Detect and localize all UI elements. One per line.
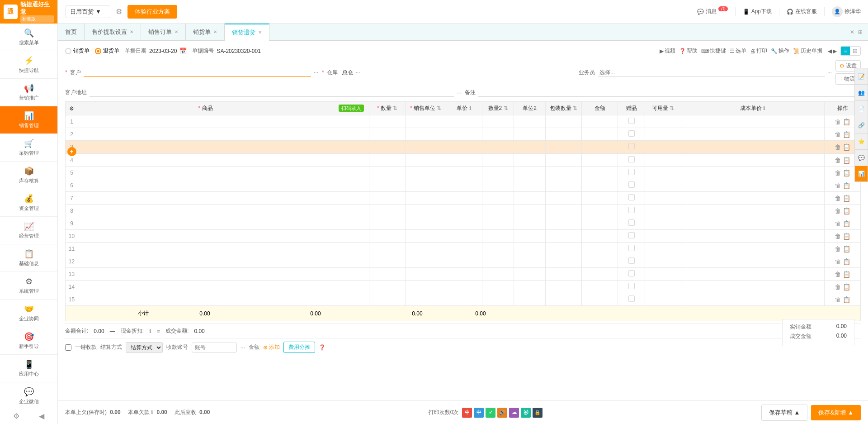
cost-cell-8[interactable]: [681, 205, 825, 217]
available-cell-10[interactable]: [645, 230, 681, 243]
cost-cell-5[interactable]: [681, 167, 825, 179]
available-cell-13[interactable]: [645, 268, 681, 281]
next-record-icon[interactable]: ▶: [833, 48, 837, 54]
unit2-cell-12[interactable]: [514, 255, 546, 268]
staff-select-btn[interactable]: ···: [827, 69, 832, 76]
pack-cell-14[interactable]: [546, 281, 582, 293]
sw-icon-4[interactable]: 🔊: [497, 408, 507, 418]
price-cell-9[interactable]: [446, 217, 482, 230]
history-btn[interactable]: 📜 历史单据: [793, 47, 822, 55]
amount-cell-11[interactable]: [582, 243, 618, 255]
unit-cell-10[interactable]: [406, 230, 446, 243]
qty-cell-2[interactable]: [369, 128, 406, 141]
radio-sale[interactable]: 销货单: [65, 47, 90, 55]
sidebar-item-apps[interactable]: 📱 应用中心: [0, 355, 57, 382]
staff-input[interactable]: [598, 68, 825, 77]
gift-checkbox-9[interactable]: [628, 219, 635, 226]
edge-btn-4[interactable]: 🔗: [854, 117, 868, 133]
available-cell-7[interactable]: [645, 192, 681, 205]
copy-btn-14[interactable]: 📋: [843, 283, 850, 291]
grid-view-btn[interactable]: ⊞: [850, 47, 860, 55]
tab-home[interactable]: 首页: [58, 24, 85, 41]
expense-split-btn[interactable]: 费用分摊: [283, 342, 315, 353]
available-cell-4[interactable]: [645, 154, 681, 167]
amount-cell-14[interactable]: [582, 281, 618, 293]
copy-btn-13[interactable]: 📋: [843, 271, 850, 278]
add-payment-btn[interactable]: ⊕ 添加: [263, 343, 280, 351]
gift-cell-8[interactable]: [618, 205, 645, 217]
pack-cell-13[interactable]: [546, 268, 582, 281]
sort-icon-avail[interactable]: ⇅: [670, 105, 674, 111]
amount-cell-5[interactable]: [582, 167, 618, 179]
cost-cell-13[interactable]: [681, 268, 825, 281]
unit2-cell-10[interactable]: [514, 230, 546, 243]
sidebar-item-system[interactable]: ⚙ 系统管理: [0, 272, 57, 300]
sort-icon-unit[interactable]: ⇅: [437, 105, 441, 111]
tab-sales[interactable]: 销货单 ✕: [186, 24, 225, 41]
gift-cell-11[interactable]: [618, 243, 645, 255]
pack-cell-15[interactable]: [546, 293, 582, 306]
gift-checkbox-3[interactable]: [628, 143, 635, 149]
gift-cell-1[interactable]: [618, 115, 645, 128]
shortcut-btn[interactable]: ⌨ 快捷键: [701, 47, 726, 55]
sidebar-item-collab[interactable]: 🤝 企业协同: [0, 300, 57, 327]
gift-cell-14[interactable]: [618, 281, 645, 293]
gift-checkbox-12[interactable]: [628, 257, 635, 264]
amount-cell-15[interactable]: [582, 293, 618, 306]
trial-btn[interactable]: 体验行业方案: [127, 5, 177, 19]
copy-btn-8[interactable]: 📋: [843, 207, 850, 214]
amount-cell-13[interactable]: [582, 268, 618, 281]
qty-cell-3[interactable]: [369, 141, 406, 153]
product-cell-3[interactable]: [78, 141, 333, 153]
delete-btn-15[interactable]: 🗑: [835, 296, 841, 303]
price-cell-14[interactable]: [446, 281, 482, 293]
qty2-cell-10[interactable]: [482, 230, 514, 243]
unit2-cell-14[interactable]: [514, 281, 546, 293]
cost-cell-2[interactable]: [681, 128, 825, 141]
qty-cell-8[interactable]: [369, 205, 406, 217]
cost-cell-3[interactable]: [681, 141, 825, 153]
price-cell-10[interactable]: [446, 230, 482, 243]
address-select-btn[interactable]: ···: [457, 90, 461, 96]
amount-cell-3[interactable]: [582, 141, 618, 153]
product-cell-15[interactable]: [78, 293, 333, 306]
app-download-btn[interactable]: 📱 App下载: [743, 8, 772, 15]
delete-btn-2[interactable]: 🗑: [835, 131, 841, 138]
gift-checkbox-13[interactable]: [628, 270, 635, 276]
gift-checkbox-1[interactable]: [628, 118, 635, 124]
unit2-cell-4[interactable]: [514, 154, 546, 167]
unit2-cell-1[interactable]: [514, 115, 546, 128]
qty-cell-4[interactable]: [369, 154, 406, 167]
product-cell-8[interactable]: [78, 205, 333, 217]
unit2-cell-11[interactable]: [514, 243, 546, 255]
pack-cell-7[interactable]: [546, 192, 582, 205]
gift-cell-15[interactable]: [618, 293, 645, 306]
sort-icon-qty2[interactable]: ⇅: [504, 105, 508, 111]
copy-btn-2[interactable]: 📋: [843, 131, 850, 138]
sidebar-item-guide[interactable]: 🎯 新手引导: [0, 327, 57, 355]
add-row-btn[interactable]: +: [67, 147, 76, 156]
save-new-btn[interactable]: 保存&新增 ▲: [811, 405, 861, 420]
gift-cell-12[interactable]: [618, 255, 645, 268]
edge-btn-6[interactable]: 💬: [854, 149, 868, 166]
gift-checkbox-6[interactable]: [628, 181, 635, 188]
note-input[interactable]: [478, 88, 861, 97]
copy-btn-3[interactable]: 📋: [843, 143, 850, 151]
delete-btn-14[interactable]: 🗑: [835, 283, 841, 291]
unit-cell-8[interactable]: [406, 205, 446, 217]
qty-cell-14[interactable]: [369, 281, 406, 293]
delete-btn-9[interactable]: 🗑: [835, 220, 841, 227]
price-cell-6[interactable]: [446, 179, 482, 192]
product-cell-7[interactable]: [78, 192, 333, 205]
copy-btn-1[interactable]: 📋: [843, 118, 850, 125]
tab-close-order[interactable]: ✕: [175, 29, 178, 34]
sw-icon-6[interactable]: 衫: [521, 408, 531, 418]
qty2-cell-15[interactable]: [482, 293, 514, 306]
unit2-cell-3[interactable]: [514, 141, 546, 153]
qty-cell-6[interactable]: [369, 179, 406, 192]
qty2-cell-5[interactable]: [482, 167, 514, 179]
amount-cell-9[interactable]: [582, 217, 618, 230]
sidebar-item-sales[interactable]: 📊 销售管理: [0, 106, 57, 134]
expand-icon[interactable]: ⊞: [858, 29, 863, 35]
close-tab-icon[interactable]: ✕: [850, 29, 854, 35]
